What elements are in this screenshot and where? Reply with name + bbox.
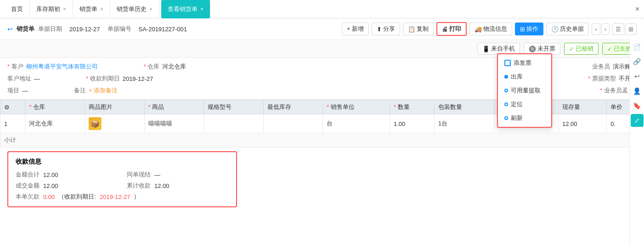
- available-qty-circle-icon: [504, 89, 508, 92]
- customer-value[interactable]: 柳州粤港平安气体有限公司: [26, 63, 98, 71]
- col-warehouse: 仓库: [25, 100, 85, 114]
- payment-transaction-label: 成交金额: [16, 182, 40, 190]
- payment-cumulative-row: 累计收款 12.00: [127, 182, 229, 190]
- sidebar-user-icon[interactable]: 👤: [631, 85, 644, 97]
- next-arrow[interactable]: ›: [601, 23, 610, 35]
- sidebar-expand-icon[interactable]: ⤢: [631, 114, 644, 127]
- tab-view-sales[interactable]: 查看销货单 ×: [161, 0, 210, 18]
- project-label: 项目: [7, 86, 19, 95]
- payment-cumulative-value: 12.00: [154, 182, 169, 189]
- history-button-label: 历史单据: [560, 25, 584, 33]
- sidebar-bookmark-icon[interactable]: 🔖: [631, 99, 644, 112]
- doc-icon: ↩: [7, 25, 13, 33]
- logistics-button-label: 物流信息: [483, 25, 507, 33]
- print-icon: 🖨: [442, 26, 448, 33]
- payment-date-value: 2019-12-27: [123, 75, 153, 82]
- payment-same-order-label: 同单现结: [127, 171, 151, 179]
- locate-label: 定位: [511, 100, 523, 108]
- refresh-label: 刷新: [511, 114, 523, 122]
- address-value: —: [34, 75, 40, 82]
- warehouse-value: 河北仓库: [162, 63, 186, 71]
- tab-home[interactable]: 首页: [5, 0, 30, 18]
- dropdown-refresh[interactable]: 刷新: [498, 111, 551, 125]
- row-spec: [204, 114, 264, 133]
- tab-home-label: 首页: [11, 5, 23, 13]
- tab-sales-history-close[interactable]: ×: [149, 6, 153, 12]
- nav-arrows: ‹ ›: [592, 23, 610, 35]
- right-sidebar: 📄 🔗 ↩ 👤 🔖 ⤢: [629, 37, 644, 245]
- copy-button[interactable]: 📋 复制: [403, 23, 434, 35]
- note-field: 备注 + 添加备注: [74, 86, 118, 95]
- operations-button[interactable]: ⊞ 操作: [515, 23, 543, 35]
- operations-button-label: 操作: [526, 25, 538, 33]
- payment-date-field: 收款到期日 2019-12-27: [86, 74, 153, 83]
- dropdown-ship-out[interactable]: 出库: [498, 70, 551, 84]
- phone-icon: 📱: [482, 46, 490, 52]
- tab-inventory-init-close[interactable]: ×: [63, 6, 66, 12]
- address-field: 客户地址 —: [7, 74, 40, 83]
- ship-out-dot-icon: [504, 75, 508, 79]
- customer-field: 客户 柳州粤港平安气体有限公司: [7, 63, 98, 71]
- doc-meta: 单据日期 2019-12-27 单据编号 SA-20191227-001: [38, 25, 187, 33]
- payment-balance-date: 2019-12-27: [100, 194, 130, 200]
- logistics-button[interactable]: 🚚 物流信息: [469, 23, 512, 35]
- not-open-label: 未开票: [537, 45, 555, 53]
- tab-sales-history[interactable]: 销货单历史 ×: [110, 0, 159, 18]
- print-button-label: 打印: [449, 25, 461, 33]
- sidebar-document-icon[interactable]: 📄: [631, 40, 644, 53]
- already-checked-button[interactable]: ✓ 已核销: [564, 43, 599, 55]
- col-product-img: 商品图片: [85, 100, 145, 114]
- from-phone-label: 来自手机: [491, 45, 515, 53]
- tab-sales-order-label: 销货单: [79, 5, 97, 13]
- payment-info: 收款信息 金额合计 12.00 同单现结 — 成交金额 12.00 累计收款 1…: [7, 151, 237, 207]
- sidebar-return-icon[interactable]: ↩: [631, 70, 644, 83]
- refresh-circle-icon: [504, 116, 508, 120]
- row-qty: 1.00: [390, 114, 435, 133]
- payment-balance-label: 本单欠款: [16, 193, 40, 201]
- grid-view-toggle[interactable]: ⊞: [625, 23, 637, 35]
- sales-staff-label: 业务员孟: [600, 86, 628, 95]
- row-current-stock: 12.00: [559, 114, 607, 133]
- window-close-button[interactable]: ×: [635, 5, 639, 13]
- warehouse-field: 仓库 河北仓库: [144, 63, 186, 71]
- payment-balance-row: 本单欠款 0.00 （收款到期日: 2019-12-27 ）: [16, 193, 229, 201]
- history-button[interactable]: 🕐 历史单据: [546, 23, 589, 35]
- tab-bar: 首页 库存期初 × 销货单 × 销货单历史 × 查看销货单 × ×: [0, 0, 644, 18]
- share-button-label: 分享: [383, 25, 395, 33]
- new-button[interactable]: + 新增: [342, 23, 369, 35]
- no-value: SA-20191227-001: [139, 26, 187, 33]
- payment-balance-note-end: ）: [134, 193, 140, 201]
- payment-balance-value: 0.00: [43, 194, 55, 200]
- view-toggles: ☰ ⊞: [612, 23, 637, 35]
- doc-header: ↩ 销货单 单据日期 2019-12-27 单据编号 SA-20191227-0…: [0, 18, 644, 40]
- share-button[interactable]: ⬆ 分享: [372, 23, 400, 35]
- print-button[interactable]: 🖨 打印: [436, 22, 467, 36]
- list-view-toggle[interactable]: ☰: [612, 23, 624, 35]
- dropdown-available-qty[interactable]: 可用量提取: [498, 84, 551, 97]
- sidebar-link-icon[interactable]: 🔗: [631, 55, 644, 68]
- dropdown-add-invoice[interactable]: 添发票: [498, 56, 551, 70]
- col-spec: 规格型号: [204, 100, 264, 114]
- tab-view-sales-close[interactable]: ×: [200, 6, 203, 12]
- payment-total-value: 12.00: [43, 171, 58, 178]
- subtotal-row: 小计: [0, 133, 644, 148]
- main-content: ↩ 销货单 单据日期 2019-12-27 单据编号 SA-20191227-0…: [0, 18, 644, 245]
- payment-date-label: 收款到期日: [86, 74, 120, 83]
- tab-sales-order[interactable]: 销货单 ×: [73, 0, 110, 18]
- note-add-label[interactable]: + 添加备注: [89, 86, 118, 95]
- product-thumbnail: 📦: [89, 117, 102, 130]
- prev-arrow[interactable]: ‹: [592, 23, 600, 35]
- customer-label: 客户: [7, 63, 23, 71]
- dropdown-locate[interactable]: 定位: [498, 97, 551, 111]
- row-pack-qty: 1台: [435, 114, 494, 133]
- payment-same-order-row: 同单现结 —: [127, 171, 229, 179]
- tab-sales-order-close[interactable]: ×: [100, 6, 103, 12]
- check-icon: ✓: [569, 46, 574, 52]
- tab-inventory-init[interactable]: 库存期初 ×: [30, 0, 73, 18]
- effective-icon: ✓: [607, 46, 612, 52]
- locate-circle-icon: [504, 103, 508, 106]
- payment-total-label: 金额合计: [16, 171, 40, 179]
- col-pack-qty: 包装数量: [435, 100, 494, 114]
- col-settings[interactable]: ⚙: [0, 100, 25, 114]
- project-field: 项目 —: [7, 86, 28, 95]
